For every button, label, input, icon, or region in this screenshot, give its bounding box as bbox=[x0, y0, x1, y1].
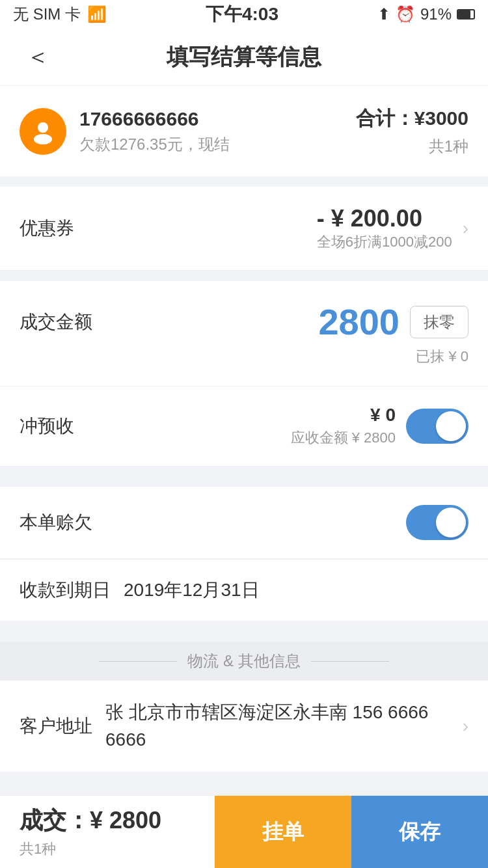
deal-section: 成交金额 2800 抹零 已抹 ¥ 0 bbox=[0, 281, 488, 386]
toggle-circle bbox=[436, 411, 466, 441]
svg-point-1 bbox=[34, 134, 52, 144]
customer-debt: 欠款1276.35元，现结 bbox=[79, 134, 230, 155]
coupon-description: 全场6折满1000减200 bbox=[317, 232, 452, 252]
alarm-icon: ⏰ bbox=[396, 5, 415, 23]
battery-icon bbox=[457, 9, 475, 20]
hold-button[interactable]: 挂单 bbox=[215, 796, 351, 868]
deal-amount: 2800 bbox=[318, 301, 400, 343]
content-area: 17666666666 欠款1276.35元，现结 合计：¥3000 共1种 优… bbox=[0, 86, 488, 868]
address-section[interactable]: 客户地址 张 北京市市辖区海淀区永丰南 156 6666 6666 › bbox=[0, 681, 488, 772]
total-amount: 合计：¥3000 bbox=[356, 105, 468, 132]
customer-left: 17666666666 欠款1276.35元，现结 bbox=[20, 108, 230, 155]
location-icon: ⬆ bbox=[377, 5, 390, 23]
precharge-amount-group: ¥ 0 应收金额 ¥ 2800 bbox=[291, 405, 396, 448]
deal-row: 成交金额 2800 抹零 bbox=[20, 301, 468, 343]
precharge-label: 冲预收 bbox=[20, 414, 74, 439]
address-value: 张 北京市市辖区海淀区永丰南 156 6666 6666 bbox=[105, 699, 450, 753]
customer-card: 17666666666 欠款1276.35元，现结 合计：¥3000 共1种 bbox=[0, 86, 488, 176]
bottom-buttons: 挂单 保存 bbox=[215, 796, 488, 868]
save-button[interactable]: 保存 bbox=[351, 796, 488, 868]
status-time: 下午4:03 bbox=[206, 2, 278, 27]
precharge-section: 冲预收 ¥ 0 应收金额 ¥ 2800 bbox=[0, 386, 488, 466]
nav-bar: ＜ 填写结算等信息 bbox=[0, 29, 488, 86]
round-button[interactable]: 抹零 bbox=[410, 306, 468, 338]
debt-toggle[interactable] bbox=[406, 505, 468, 540]
logistics-divider: 物流 & 其他信息 bbox=[0, 642, 488, 681]
avatar bbox=[20, 108, 66, 155]
precharge-right: ¥ 0 应收金额 ¥ 2800 bbox=[291, 405, 468, 448]
deal-label: 成交金额 bbox=[20, 310, 92, 334]
bottom-count: 共1种 bbox=[20, 839, 195, 859]
bottom-deal: 成交：¥ 2800 bbox=[20, 805, 195, 837]
bottom-deal-label: 成交： bbox=[20, 807, 90, 834]
coupon-label: 优惠券 bbox=[20, 216, 74, 241]
debt-label: 本单赊欠 bbox=[20, 510, 92, 535]
deal-sub: 已抹 ¥ 0 bbox=[20, 347, 468, 366]
section-divider-3 bbox=[0, 621, 488, 631]
duedate-value: 2019年12月31日 bbox=[124, 578, 260, 603]
logistics-text: 物流 & 其他信息 bbox=[99, 651, 388, 671]
customer-info: 17666666666 欠款1276.35元，现结 bbox=[79, 108, 230, 155]
sim-text: 无 SIM 卡 bbox=[13, 4, 81, 25]
debt-section: 本单赊欠 bbox=[0, 487, 488, 559]
status-left: 无 SIM 卡 📶 bbox=[13, 4, 107, 25]
total-count: 共1种 bbox=[356, 136, 468, 157]
precharge-amount: ¥ 0 bbox=[291, 405, 396, 426]
coupon-amount: - ¥ 200.00 bbox=[317, 205, 452, 232]
customer-right: 合计：¥3000 共1种 bbox=[356, 105, 468, 157]
coupon-right: - ¥ 200.00 全场6折满1000减200 › bbox=[317, 205, 468, 252]
bottom-deal-amount: ¥ 2800 bbox=[90, 807, 161, 834]
battery-text: 91% bbox=[420, 5, 452, 23]
precharge-toggle[interactable] bbox=[406, 409, 468, 444]
bottom-summary: 成交：¥ 2800 共1种 bbox=[0, 805, 215, 859]
back-button[interactable]: ＜ bbox=[20, 34, 56, 79]
debt-toggle-circle bbox=[436, 508, 466, 537]
address-chevron-icon: › bbox=[463, 716, 468, 737]
status-right: ⬆ ⏰ 91% bbox=[377, 5, 475, 23]
coupon-row[interactable]: 优惠券 - ¥ 200.00 全场6折满1000减200 › bbox=[0, 187, 488, 271]
svg-point-0 bbox=[38, 122, 48, 133]
wifi-icon: 📶 bbox=[87, 5, 107, 23]
total-label: 合计： bbox=[356, 107, 414, 129]
page-title: 填写结算等信息 bbox=[167, 42, 321, 72]
duedate-label: 收款到期日 bbox=[20, 578, 111, 603]
section-divider-1 bbox=[0, 271, 488, 281]
chevron-right-icon: › bbox=[463, 218, 468, 239]
customer-phone: 17666666666 bbox=[79, 108, 230, 130]
section-divider-2 bbox=[0, 466, 488, 476]
precharge-sub: 应收金额 ¥ 2800 bbox=[291, 428, 396, 448]
bottom-bar: 成交：¥ 2800 共1种 挂单 保存 bbox=[0, 795, 488, 868]
total-value: ¥3000 bbox=[414, 107, 468, 129]
status-bar: 无 SIM 卡 📶 下午4:03 ⬆ ⏰ 91% bbox=[0, 0, 488, 29]
address-label: 客户地址 bbox=[20, 714, 92, 739]
duedate-section: 收款到期日 2019年12月31日 bbox=[0, 559, 488, 621]
deal-right-group: 2800 抹零 bbox=[318, 301, 468, 343]
